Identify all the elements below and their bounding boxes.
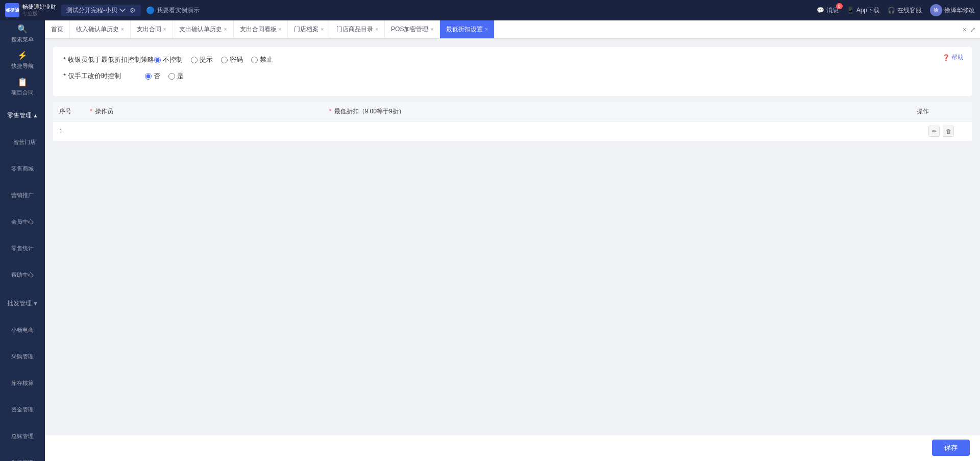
tab-close-icon[interactable]: ×: [279, 27, 282, 32]
table-header-row: 序号 * 操作员 * 最低折扣（9.00等于9折） 操作: [53, 102, 972, 122]
sidebar-item-ledger[interactable]: 总账管理: [0, 423, 45, 449]
radio-hint-input[interactable]: [191, 57, 198, 63]
app-logo: 畅捷通 畅捷通好业财 专业版: [5, 3, 56, 17]
app-download-button[interactable]: 📱 App下载: [847, 6, 879, 15]
tab-close-icon[interactable]: ×: [430, 27, 433, 32]
member-label: 会员中心: [11, 218, 34, 226]
demo-link[interactable]: 🔵 我要看实例演示: [146, 6, 200, 15]
tab-close-icon[interactable]: ×: [485, 27, 488, 32]
headset-icon: 🎧: [888, 7, 895, 14]
radio-hint[interactable]: 提示: [191, 55, 213, 64]
page-footer: 保存: [45, 434, 980, 461]
tab-home[interactable]: 首页: [45, 20, 70, 39]
cell-actions: ✏ 🗑: [911, 122, 972, 141]
cashier-policy-label: * 收银员低于最低折扣控制策略: [63, 55, 154, 64]
sidebar-item-marketing[interactable]: 营销推广: [0, 182, 45, 208]
tabbar-actions: × ⤢: [959, 26, 980, 34]
help-link[interactable]: ❓ 帮助: [942, 53, 964, 62]
chevron-down-icon: ▼: [33, 301, 38, 306]
finance-label: 资金管理: [11, 406, 34, 414]
question-icon: ❓: [942, 54, 950, 61]
sidebar-item-wholesale[interactable]: 批发管理 ▼: [0, 290, 45, 317]
radio-manual-yes[interactable]: 是: [168, 71, 184, 81]
tab-store-archive[interactable]: 门店档案 ×: [288, 20, 330, 39]
sidebar-item-help[interactable]: 帮助中心: [0, 261, 45, 288]
sidebar-item-search[interactable]: 🔍 搜索菜单: [0, 20, 45, 47]
help-label: 帮助中心: [11, 271, 34, 279]
user-profile[interactable]: 徐 徐泽华修改: [930, 4, 975, 16]
tab-store-products[interactable]: 门店商品目录 ×: [330, 20, 385, 39]
content-area: 首页 收入确认单历史 × 支出合同 × 支出确认单历史 × 支出合同看板 × 门…: [45, 20, 980, 461]
sidebar-item-quicknav[interactable]: ⚡ 快捷导航: [0, 47, 45, 74]
radio-manual-yes-input[interactable]: [168, 73, 175, 80]
close-all-tabs-button[interactable]: ×: [963, 26, 967, 34]
tab-min-discount[interactable]: 最低折扣设置 ×: [440, 20, 495, 39]
discount-table: 序号 * 操作员 * 最低折扣（9.00等于9折） 操作: [53, 102, 972, 141]
sidebar-item-retailstat[interactable]: 零售统计: [0, 235, 45, 261]
sidebar-item-label: 项目合同: [11, 89, 34, 96]
message-button[interactable]: 💬 消息 8: [817, 6, 839, 15]
radio-forbid-input[interactable]: [251, 57, 258, 63]
tab-close-icon[interactable]: ×: [224, 27, 227, 32]
manual-price-label: * 仅手工改价时控制: [63, 71, 145, 81]
tab-label: 门店档案: [294, 25, 318, 34]
radio-no-control-input[interactable]: [154, 57, 161, 63]
sidebar-item-inventory[interactable]: 库存核算: [0, 370, 45, 396]
sidebar-item-finance[interactable]: 资金管理: [0, 396, 45, 423]
message-badge: 8: [836, 3, 843, 9]
cell-seq: 1: [53, 122, 84, 141]
settings-icon[interactable]: ⚙: [130, 7, 136, 14]
sidebar-item-ecommerce[interactable]: 小畅电商: [0, 317, 45, 343]
radio-no-control[interactable]: 不控制: [154, 55, 183, 64]
sidebar-item-contract[interactable]: 📋 项目合同: [0, 74, 45, 100]
customer-service-button[interactable]: 🎧 在线客服: [888, 6, 922, 15]
onlineshop-label: 零售商城: [11, 165, 34, 173]
retailstat-label: 零售统计: [11, 245, 34, 252]
tab-payment-contract[interactable]: 支出合同 ×: [131, 20, 173, 39]
tab-payment-confirm[interactable]: 支出确认单历史 ×: [173, 20, 234, 39]
expand-tab-button[interactable]: ⤢: [970, 26, 976, 34]
sidebar-item-purchase[interactable]: 采购管理: [0, 343, 45, 370]
retail-label: 零售管理: [7, 111, 32, 120]
tab-pos-password[interactable]: POS加密管理 ×: [385, 20, 440, 39]
ecommerce-label: 小畅电商: [11, 326, 34, 334]
sidebar-item-onlineshop[interactable]: 零售商城: [0, 155, 45, 182]
tab-close-icon[interactable]: ×: [121, 27, 124, 32]
radio-manual-yes-label: 是: [177, 71, 184, 81]
tab-label: POS加密管理: [391, 25, 428, 34]
sidebar-item-smartshop[interactable]: 智营门店: [0, 129, 45, 155]
edit-row-button[interactable]: ✏: [928, 126, 940, 137]
radio-forbid[interactable]: 禁止: [251, 55, 273, 64]
app-download-icon: 📱: [847, 7, 854, 14]
radio-password-input[interactable]: [221, 57, 228, 63]
tab-close-icon[interactable]: ×: [375, 27, 378, 32]
save-button[interactable]: 保存: [932, 440, 970, 456]
quicknav-icon: ⚡: [17, 51, 28, 60]
sidebar-item-retail[interactable]: 零售管理 ▲: [0, 102, 45, 129]
radio-manual-no[interactable]: 否: [145, 71, 160, 81]
contract-icon: 📋: [17, 77, 28, 87]
cashier-policy-radio-group: 不控制 提示 密码 禁止: [154, 55, 273, 64]
purchase-label: 采购管理: [11, 353, 34, 360]
help-text: 帮助: [951, 53, 964, 62]
col-header-min-discount: * 最低折扣（9.00等于9折）: [323, 102, 911, 122]
project-selector[interactable]: 测试分开完程-小贝 ⚙: [61, 5, 141, 16]
sidebar-item-member[interactable]: 会员中心: [0, 208, 45, 235]
chevron-down-icon: [119, 7, 126, 13]
tab-close-icon[interactable]: ×: [163, 27, 166, 32]
radio-password[interactable]: 密码: [221, 55, 243, 64]
tab-close-icon[interactable]: ×: [321, 27, 324, 32]
sidebar-item-label: 搜索菜单: [11, 36, 34, 43]
radio-manual-no-input[interactable]: [145, 73, 152, 80]
delete-row-button[interactable]: 🗑: [943, 126, 954, 137]
marketing-label: 营销推广: [11, 191, 34, 199]
tab-payment-board[interactable]: 支出合同看板 ×: [234, 20, 288, 39]
tab-label: 最低折扣设置: [446, 25, 483, 34]
search-icon: 🔍: [17, 24, 28, 34]
ledger-label: 总账管理: [11, 432, 34, 440]
sidebar-item-invoice[interactable]: 发票管理: [0, 449, 45, 461]
edition-label: 专业版: [22, 11, 56, 17]
table-section: 序号 * 操作员 * 最低折扣（9.00等于9折） 操作: [53, 102, 972, 141]
inventory-label: 库存核算: [11, 379, 34, 387]
tab-income-history[interactable]: 收入确认单历史 ×: [70, 20, 131, 39]
